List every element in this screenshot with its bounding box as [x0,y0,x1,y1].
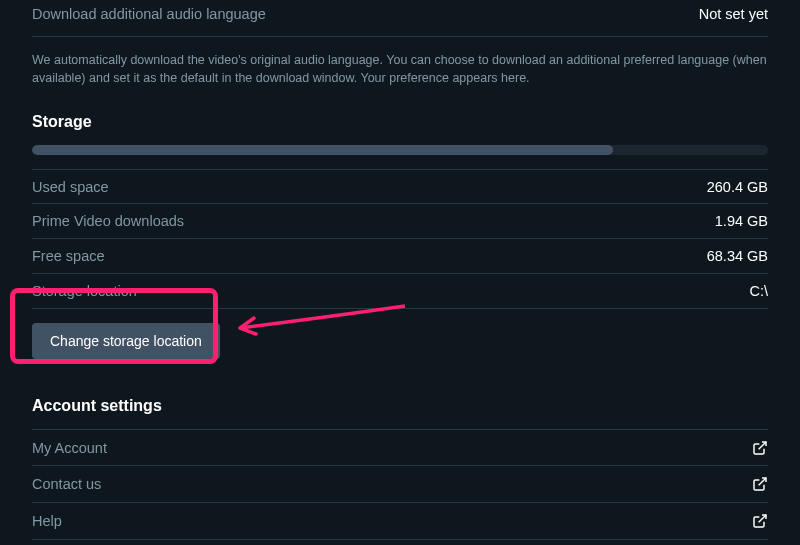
storage-progress-bar [32,145,768,155]
prime-downloads-value: 1.94 GB [715,213,768,229]
used-space-value: 260.4 GB [707,179,768,195]
external-link-icon [752,476,768,492]
used-space-label: Used space [32,179,109,195]
used-space-row: Used space 260.4 GB [32,169,768,204]
audio-language-row[interactable]: Download additional audio language Not s… [32,0,768,37]
account-settings-heading: Account settings [32,389,768,429]
free-space-value: 68.34 GB [707,248,768,264]
prime-downloads-label: Prime Video downloads [32,213,184,229]
storage-location-value: C:\ [749,283,768,299]
legal-link[interactable]: Legal [32,540,768,545]
change-storage-button[interactable]: Change storage location [32,323,220,359]
external-link-icon [752,440,768,456]
prime-downloads-row: Prime Video downloads 1.94 GB [32,204,768,239]
storage-heading: Storage [32,105,768,145]
help-label: Help [32,513,62,529]
contact-us-label: Contact us [32,476,101,492]
external-link-icon [752,513,768,529]
free-space-row: Free space 68.34 GB [32,239,768,274]
my-account-label: My Account [32,440,107,456]
svg-line-2 [759,515,766,522]
storage-progress-fill [32,145,613,155]
audio-language-description: We automatically download the video's or… [32,37,768,105]
help-link[interactable]: Help [32,503,768,540]
my-account-link[interactable]: My Account [32,429,768,466]
free-space-label: Free space [32,248,105,264]
change-storage-area: Change storage location [32,309,768,377]
svg-line-1 [759,478,766,485]
contact-us-link[interactable]: Contact us [32,466,768,503]
audio-language-value: Not set yet [699,6,768,22]
storage-location-label: Storage location [32,283,137,299]
svg-line-0 [759,442,766,449]
storage-location-row: Storage location C:\ [32,274,768,309]
audio-language-label: Download additional audio language [32,6,266,22]
